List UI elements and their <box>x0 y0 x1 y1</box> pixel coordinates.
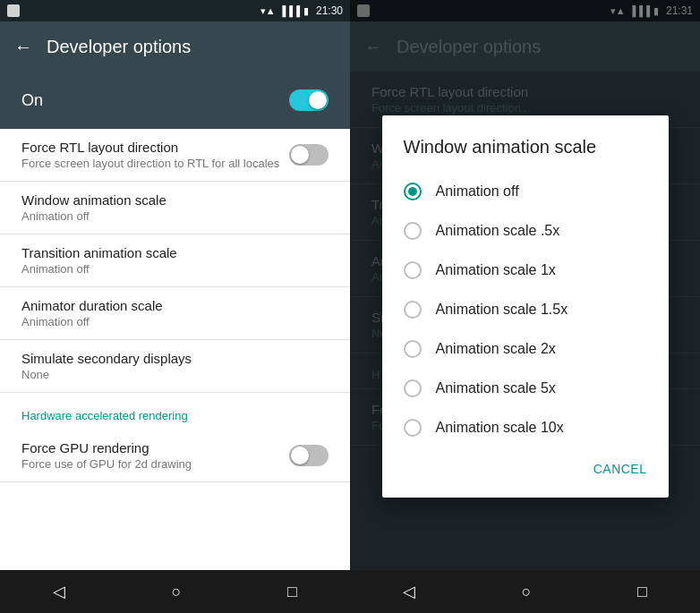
left-nav-home[interactable]: ○ <box>172 583 182 601</box>
left-status-icons <box>7 4 20 17</box>
force-gpu-subtitle: Force use of GPU for 2d drawing <box>21 457 289 471</box>
radio-label-3: Animation scale 1.5x <box>436 302 568 318</box>
radio-option-6[interactable]: Animation scale 10x <box>382 408 669 447</box>
radio-circle-3 <box>404 301 422 319</box>
radio-circle-4 <box>404 340 422 358</box>
radio-label-1: Animation scale .5x <box>436 223 560 239</box>
dialog-overlay: Window animation scale Animation off Ani… <box>350 0 700 613</box>
left-bottom-nav: ◁ ○ □ <box>0 570 350 613</box>
animator-duration-title: Animator duration scale <box>21 298 329 313</box>
force-rtl-text: Force RTL layout direction Force screen … <box>21 140 289 170</box>
radio-label-0: Animation off <box>436 183 519 200</box>
left-status-bar: ▾▲ ▐▐▐ ▮ 21:30 <box>0 0 350 21</box>
radio-label-4: Animation scale 2x <box>436 341 556 357</box>
dialog-actions: CANCEL <box>382 447 669 490</box>
radio-label-5: Animation scale 5x <box>436 380 556 396</box>
radio-label-2: Animation scale 1x <box>436 262 556 278</box>
radio-circle-1 <box>404 222 422 240</box>
right-bottom-nav: ◁ ○ □ <box>350 570 700 613</box>
radio-option-0[interactable]: Animation off <box>382 172 669 211</box>
force-rtl-toggle[interactable] <box>289 144 329 166</box>
cancel-button[interactable]: CANCEL <box>579 455 662 483</box>
radio-option-5[interactable]: Animation scale 5x <box>382 369 669 408</box>
force-gpu-toggle[interactable] <box>289 445 329 466</box>
radio-option-4[interactable]: Animation scale 2x <box>382 329 669 369</box>
left-nav-recents[interactable]: □ <box>287 583 297 601</box>
secondary-displays-subtitle: None <box>21 368 329 381</box>
radio-option-3[interactable]: Animation scale 1.5x <box>382 290 669 329</box>
force-gpu-text: Force GPU rendering Force use of GPU for… <box>21 440 289 471</box>
setting-force-gpu[interactable]: Force GPU rendering Force use of GPU for… <box>0 430 350 482</box>
left-nav-back[interactable]: ◁ <box>53 582 65 601</box>
setting-window-anim[interactable]: Window animation scale Animation off <box>0 182 350 234</box>
radio-circle-2 <box>404 261 422 279</box>
signal-icon: ▐▐▐ <box>279 5 300 16</box>
right-panel: ▾▲ ▐▐▐ ▮ 21:31 ← Developer options Force… <box>350 0 700 613</box>
left-panel: ▾▲ ▐▐▐ ▮ 21:30 ← Developer options On Fo… <box>0 0 350 613</box>
setting-force-rtl[interactable]: Force RTL layout direction Force screen … <box>0 129 350 182</box>
left-time: 21:30 <box>316 4 343 17</box>
right-nav-home[interactable]: ○ <box>522 583 532 601</box>
radio-option-1[interactable]: Animation scale .5x <box>382 211 669 251</box>
animator-duration-subtitle: Animation off <box>21 315 329 328</box>
secondary-displays-title: Simulate secondary displays <box>21 351 329 366</box>
setting-hw-accel: Hardware accelerated rendering <box>0 393 350 430</box>
force-rtl-title: Force RTL layout direction <box>21 140 289 155</box>
radio-circle-6 <box>404 419 422 437</box>
wifi-icon: ▾▲ <box>260 5 276 17</box>
window-anim-subtitle: Animation off <box>21 209 329 223</box>
transition-anim-title: Transition animation scale <box>21 245 329 260</box>
hw-accel-header: Hardware accelerated rendering <box>21 409 329 422</box>
setting-secondary-displays[interactable]: Simulate secondary displays None <box>0 340 350 393</box>
main-toggle[interactable] <box>289 89 329 111</box>
left-toolbar-title: Developer options <box>47 37 191 57</box>
transition-anim-subtitle: Animation off <box>21 262 329 276</box>
left-back-button[interactable]: ← <box>14 37 32 57</box>
window-animation-dialog: Window animation scale Animation off Ani… <box>382 115 669 498</box>
radio-circle-5 <box>404 379 422 397</box>
left-settings-list: Force RTL layout direction Force screen … <box>0 129 350 570</box>
radio-label-6: Animation scale 10x <box>436 420 564 436</box>
right-nav-recents[interactable]: □ <box>637 583 647 601</box>
setting-animator-duration[interactable]: Animator duration scale Animation off <box>0 287 350 340</box>
notification-icon <box>7 4 20 17</box>
force-rtl-subtitle: Force screen layout direction to RTL for… <box>21 157 289 170</box>
dialog-title: Window animation scale <box>382 137 669 172</box>
left-status-right: ▾▲ ▐▐▐ ▮ 21:30 <box>260 4 343 17</box>
battery-icon: ▮ <box>303 5 309 17</box>
right-nav-back[interactable]: ◁ <box>403 582 415 601</box>
radio-circle-0 <box>404 183 422 200</box>
on-toggle-row: On <box>0 72 350 129</box>
on-label: On <box>21 91 43 110</box>
setting-transition-anim[interactable]: Transition animation scale Animation off <box>0 234 350 287</box>
radio-option-2[interactable]: Animation scale 1x <box>382 251 669 290</box>
left-toolbar: ← Developer options <box>0 21 350 72</box>
window-anim-title: Window animation scale <box>21 192 329 208</box>
force-gpu-title: Force GPU rendering <box>21 440 289 455</box>
